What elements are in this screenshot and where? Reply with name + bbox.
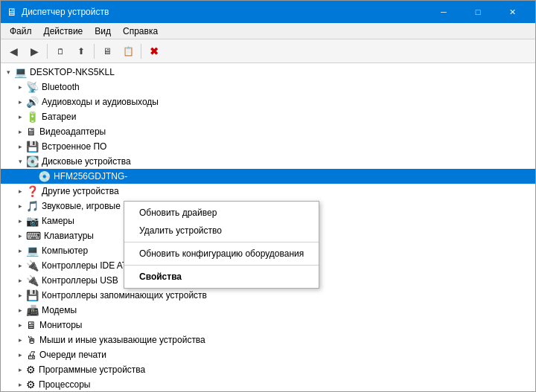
expander-modems[interactable]: ▸	[14, 304, 26, 316]
window-title: Диспетчер устройств	[22, 7, 427, 17]
expander-mice[interactable]: ▸	[14, 334, 26, 346]
label-others: Другие устройства	[42, 186, 535, 196]
icon-audio: 🔊	[26, 96, 39, 108]
expander-disk1[interactable]	[26, 170, 38, 182]
icon-disk1: 💿	[38, 170, 51, 182]
main-content: ▾ 💻 DESKTOP-NKS5KLL ▸ 📡 Bluetooth ▸ 🔊 Ау…	[1, 63, 535, 391]
expander-usb[interactable]: ▸	[14, 274, 26, 286]
tree-item-software[interactable]: ▸ ⚙ Программные устройства	[1, 362, 535, 377]
icon-computer: 💻	[26, 245, 39, 257]
expander-ide[interactable]: ▸	[14, 260, 26, 271]
icon-software: ⚙	[26, 364, 36, 376]
tree-item-cpu[interactable]: ▸ ⚙ Процессоры	[1, 377, 535, 391]
icon-disks: 💽	[26, 155, 39, 167]
expander-cameras[interactable]: ▸	[14, 215, 26, 227]
tree-item-mice[interactable]: ▸ 🖱 Мыши и иные указывающие устройства	[1, 332, 535, 347]
icon-cameras: 📷	[26, 215, 39, 227]
tree-item-bluetooth[interactable]: ▸ 📡 Bluetooth	[1, 80, 535, 94]
label-mice: Мыши и иные указывающие устройства	[39, 335, 535, 345]
label-video: Видеоадаптеры	[39, 126, 535, 137]
expander-cpu[interactable]: ▸	[14, 379, 26, 391]
close-button[interactable]: ✕	[495, 1, 529, 23]
update-driver-button[interactable]: ⬆	[71, 42, 91, 61]
expander-monitors[interactable]: ▸	[14, 319, 26, 331]
expander-printers[interactable]: ▸	[14, 349, 26, 361]
icon-usb: 🔌	[26, 274, 39, 286]
icon-printers: 🖨	[26, 349, 36, 361]
label-root: DESKTOP-NKS5KLL	[30, 67, 535, 77]
expander-bluetooth[interactable]: ▸	[14, 81, 26, 93]
device-tree[interactable]: ▾ 💻 DESKTOP-NKS5KLL ▸ 📡 Bluetooth ▸ 🔊 Ау…	[1, 63, 535, 391]
icon-ide: 🔌	[26, 260, 39, 271]
label-monitors: Мониторы	[39, 320, 535, 330]
forward-button[interactable]: ▶	[25, 42, 44, 61]
expander-others[interactable]: ▸	[14, 185, 26, 197]
tree-item-root[interactable]: ▾ 💻 DESKTOP-NKS5KLL	[1, 65, 535, 80]
tree-item-storage[interactable]: ▸ 💾 Контроллеры запоминающих устройств	[1, 288, 535, 303]
label-disks: Дисковые устройства	[42, 156, 535, 167]
icon-batteries: 🔋	[26, 111, 39, 123]
expander-computer[interactable]: ▸	[14, 245, 26, 257]
tree-item-disk1[interactable]: 💿 HFM256GDJTNG-	[1, 169, 535, 184]
menu-action[interactable]: Действие	[38, 25, 89, 38]
icon-video: 🖥	[26, 126, 36, 138]
tree-item-batteries[interactable]: ▸ 🔋 Батареи	[1, 109, 535, 124]
tree-item-monitors[interactable]: ▸ 🖥 Мониторы	[1, 318, 535, 332]
remove-button[interactable]: ✖	[144, 42, 164, 61]
tree-item-modems[interactable]: ▸ 📠 Модемы	[1, 303, 535, 318]
expander-video[interactable]: ▸	[14, 126, 26, 138]
icon-storage: 💾	[26, 289, 39, 301]
tree-item-firmware[interactable]: ▸ 💾 Встроенное ПО	[1, 139, 535, 154]
toolbar-separator-3	[141, 44, 141, 59]
ctx-remove-device[interactable]: Удалить устройство	[124, 222, 319, 240]
ctx-scan-hardware[interactable]: Обновить конфигурацию оборудования	[124, 245, 319, 263]
properties-button[interactable]: 🗒	[51, 42, 70, 61]
title-bar: 🖥 Диспетчер устройств ─ □ ✕	[1, 1, 535, 23]
tree-item-disks[interactable]: ▾ 💽 Дисковые устройства	[1, 154, 535, 169]
expander-sound[interactable]: ▸	[14, 200, 26, 212]
maximize-button[interactable]: □	[461, 1, 495, 23]
menu-help[interactable]: Справка	[117, 25, 164, 38]
ctx-properties[interactable]: Свойства	[124, 268, 319, 286]
icon-others: ❓	[26, 185, 39, 197]
icon-mice: 🖱	[26, 334, 36, 346]
menu-view[interactable]: Вид	[89, 25, 117, 38]
tree-item-printers[interactable]: ▸ 🖨 Очереди печати	[1, 347, 535, 362]
label-audio: Аудиовходы и аудиовыходы	[42, 97, 535, 107]
menu-bar: Файл Действие Вид Справка	[1, 23, 535, 39]
toolbar-separator-2	[94, 44, 95, 59]
tree-item-video[interactable]: ▸ 🖥 Видеоадаптеры	[1, 124, 535, 139]
window-icon: 🖥	[7, 6, 17, 18]
label-software: Программные устройства	[39, 364, 535, 375]
label-printers: Очереди печати	[39, 350, 535, 360]
label-batteries: Батареи	[42, 112, 535, 122]
label-bluetooth: Bluetooth	[42, 82, 535, 92]
icon-monitors: 🖥	[26, 319, 36, 331]
menu-file[interactable]: Файл	[4, 25, 38, 38]
title-bar-buttons: ─ □ ✕	[427, 1, 529, 23]
tree-item-others[interactable]: ▸ ❓ Другие устройства	[1, 184, 535, 199]
ctx-update-driver[interactable]: Обновить драйвер	[124, 204, 319, 222]
icon-root: 💻	[14, 66, 27, 78]
expander-disks[interactable]: ▾	[14, 155, 26, 167]
ctx-separator-2	[124, 265, 319, 266]
expander-keyboards[interactable]: ▸	[14, 230, 26, 242]
monitor-button[interactable]: 📋	[118, 42, 138, 61]
expander-software[interactable]: ▸	[14, 364, 26, 376]
scan-hardware-button[interactable]: 🖥	[98, 42, 117, 61]
expander-audio[interactable]: ▸	[14, 96, 26, 108]
icon-firmware: 💾	[26, 141, 39, 152]
expander-firmware[interactable]: ▸	[14, 141, 26, 152]
icon-sound: 🎵	[26, 200, 39, 212]
expander-root[interactable]: ▾	[2, 66, 14, 78]
label-firmware: Встроенное ПО	[42, 141, 535, 152]
label-storage: Контроллеры запоминающих устройств	[42, 290, 535, 301]
expander-batteries[interactable]: ▸	[14, 111, 26, 123]
device-manager-window: 🖥 Диспетчер устройств ─ □ ✕ Файл Действи…	[0, 0, 536, 392]
tree-item-audio[interactable]: ▸ 🔊 Аудиовходы и аудиовыходы	[1, 94, 535, 109]
ctx-separator-1	[124, 242, 319, 242]
back-button[interactable]: ◀	[4, 42, 23, 61]
expander-storage[interactable]: ▸	[14, 289, 26, 301]
minimize-button[interactable]: ─	[427, 1, 461, 23]
label-disk1: HFM256GDJTNG-	[54, 171, 535, 181]
